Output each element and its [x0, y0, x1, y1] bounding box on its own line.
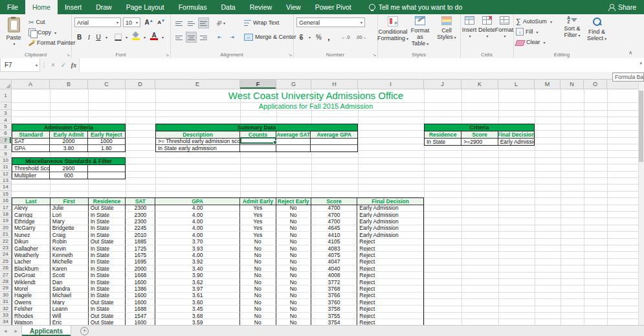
cell[interactable]: 1688 — [126, 306, 155, 312]
cell[interactable]: Blackburn — [12, 265, 50, 272]
cancel-button[interactable]: × — [48, 58, 58, 72]
copy-button[interactable]: Copy — [28, 27, 76, 38]
cell[interactable]: 4075 — [311, 252, 358, 258]
increase-font-button[interactable]: A▲ — [143, 17, 155, 28]
row-header-13[interactable]: 13 — [0, 177, 12, 184]
format-painter-button[interactable]: Format Painter — [28, 38, 76, 48]
tab-formulas[interactable]: Formulas — [172, 0, 214, 14]
currency-button[interactable]: $ — [296, 32, 306, 43]
formula-bar-expand-icon[interactable] — [639, 61, 642, 66]
cell[interactable]: In State — [89, 212, 126, 218]
row-header-16[interactable]: 16 — [0, 197, 12, 204]
cell[interactable]: Early Admission — [498, 139, 534, 145]
cell[interactable]: Reject — [357, 286, 423, 292]
cell[interactable]: Reject — [357, 313, 423, 319]
column-header-D[interactable]: D — [126, 80, 155, 89]
cell[interactable]: No — [276, 272, 311, 278]
bold-button[interactable]: B — [74, 32, 84, 43]
sheet-next-icon[interactable]: ▸ — [11, 328, 22, 334]
cell[interactable]: >= Threshold early admission scores — [156, 139, 240, 145]
row-header-24[interactable]: 24 — [0, 251, 12, 258]
cell[interactable]: 4105 — [311, 239, 358, 245]
font-color-dropdown[interactable] — [159, 32, 165, 43]
cell[interactable]: 3758 — [311, 306, 358, 312]
cell[interactable]: Hagele — [12, 293, 50, 299]
clear-button[interactable]: Clear — [516, 37, 552, 47]
row-header-3[interactable]: 3 — [0, 110, 12, 117]
borders-button[interactable] — [113, 32, 123, 43]
cell[interactable]: Yes — [240, 232, 276, 238]
row-header-12[interactable]: 12 — [0, 171, 12, 177]
row-header-19[interactable]: 19 — [0, 218, 12, 224]
cell[interactable]: DeGroat — [12, 272, 50, 278]
format-as-table-button[interactable]: Format as Table — [407, 16, 433, 49]
middle-align-button[interactable] — [186, 17, 197, 28]
row-header-26[interactable]: 26 — [0, 265, 12, 271]
cell[interactable]: Out State — [89, 205, 126, 212]
cell[interactable]: Reject — [357, 245, 423, 252]
tab-power-pivot[interactable]: Power Pivot — [308, 0, 359, 14]
row-header-14[interactable]: 14 — [0, 184, 12, 190]
cell[interactable]: Reject — [357, 299, 423, 306]
cell[interactable]: Reject — [357, 306, 423, 312]
cell[interactable]: 3.60 — [155, 299, 240, 306]
tab-page-layout[interactable]: Page Layout — [119, 0, 172, 14]
cell[interactable]: 2900 — [50, 165, 87, 172]
percent-button[interactable]: % — [314, 32, 324, 43]
top-align-button[interactable] — [173, 17, 184, 28]
cell[interactable]: 3.40 — [155, 265, 240, 272]
cell[interactable]: No — [276, 218, 311, 225]
cell[interactable]: 4047 — [311, 259, 358, 265]
cell[interactable]: No — [276, 306, 311, 312]
number-format-combo[interactable]: General — [296, 17, 365, 27]
share-button[interactable]: Share — [608, 0, 644, 14]
decrease-indent-button[interactable]: ⇤ — [214, 32, 225, 43]
cell[interactable]: 3.62 — [155, 279, 240, 286]
cell[interactable]: Ethridge — [12, 218, 50, 225]
cell[interactable]: 3755 — [311, 313, 358, 319]
cell[interactable]: Yes — [240, 218, 276, 225]
tab-insert[interactable]: Insert — [58, 0, 89, 14]
cell[interactable]: 4700 — [311, 205, 358, 212]
cell[interactable] — [276, 145, 311, 151]
row-header-28[interactable]: 28 — [0, 278, 12, 285]
insert-function-button[interactable]: fx — [69, 58, 79, 72]
cell[interactable]: No — [276, 286, 311, 292]
column-header-A[interactable]: A — [12, 80, 50, 89]
cell[interactable]: Dikun — [12, 239, 50, 245]
cell[interactable]: 3.59 — [155, 319, 240, 325]
cell[interactable]: In State — [89, 272, 126, 278]
cell[interactable]: Reject — [357, 293, 423, 299]
clipboard-dialog-launcher-icon[interactable] — [66, 52, 70, 57]
sort-filter-button[interactable]: AZ Sort & Filter — [560, 16, 584, 49]
tab-data[interactable]: Data — [214, 0, 242, 14]
cell[interactable]: Gallagher — [12, 245, 50, 252]
column-header-H[interactable]: H — [311, 80, 358, 89]
decrease-decimal-button[interactable]: .00→ — [354, 32, 368, 43]
autosum-button[interactable]: AutoSum — [516, 16, 552, 27]
cell[interactable]: Weatherly — [12, 252, 50, 258]
cell[interactable]: 1.80 — [88, 145, 125, 151]
cell[interactable]: Karen — [50, 265, 89, 272]
tab-view[interactable]: View — [279, 0, 308, 14]
cell[interactable]: Reject — [357, 319, 423, 325]
cell[interactable]: 4.00 — [155, 212, 240, 218]
cell[interactable]: 600 — [50, 172, 87, 179]
cell[interactable]: 1600 — [126, 279, 155, 286]
sheet-tab-applicants[interactable]: Applicants — [21, 326, 71, 336]
cell[interactable]: 4.00 — [155, 205, 240, 212]
comma-style-button[interactable]: , — [325, 32, 333, 43]
cell[interactable]: 4008 — [311, 272, 358, 278]
cell[interactable]: No — [240, 252, 276, 258]
cell[interactable]: Watson — [12, 319, 50, 325]
cell[interactable]: 4.00 — [155, 225, 240, 232]
row-header-11[interactable]: 11 — [0, 164, 12, 170]
cell[interactable]: Dan — [50, 279, 89, 286]
cell[interactable]: Craig — [50, 232, 89, 238]
cell[interactable]: Rhodes — [12, 313, 50, 319]
cell[interactable]: No — [240, 245, 276, 252]
cell[interactable]: No — [276, 212, 311, 218]
column-header-B[interactable]: B — [50, 80, 88, 89]
cell[interactable]: 3.93 — [155, 245, 240, 252]
cell[interactable]: 1668 — [126, 272, 155, 278]
